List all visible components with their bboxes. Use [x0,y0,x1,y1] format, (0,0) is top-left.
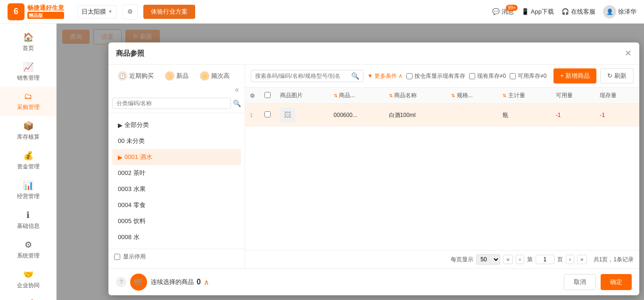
sidebar: 🏠 首页 📈 销售管理 🗂 采购管理 📦 库存核算 💰 资金管理 📊 经营管理 … [0,24,57,300]
filter-more-button[interactable]: ▼ 更多条件 ∧ [367,72,403,80]
modal-close-button[interactable]: ✕ [625,48,632,58]
messages-button[interactable]: 💬 消息 99+ [492,8,514,16]
image-placeholder-icon: 🖼 [284,111,291,119]
sidebar-item-inventory[interactable]: 📦 库存核算 [0,116,56,146]
tab-recent-purchase[interactable]: 🕐 近期购买 [112,68,159,83]
category-0003[interactable]: 0003 水果 [112,181,241,197]
product-search-icon[interactable]: 🔍 [351,72,359,80]
category-0010[interactable]: 0010 家电 [112,245,241,249]
new-icon: ✨ [165,71,174,81]
category-search-icon[interactable]: 🔍 [233,100,241,107]
table-settings-icon[interactable]: ⚙ [250,92,255,99]
col-image-label: 商品图片 [280,92,303,99]
product-search-box[interactable]: 🔍 [251,70,363,82]
confirm-button[interactable]: 确定 [601,274,632,290]
all-category-label: 全部分类 [124,121,149,129]
checkbox-warehouse-input[interactable] [406,73,413,79]
collapse-button[interactable]: « [233,83,241,96]
trial-button[interactable]: 体验行业方案 [143,5,195,19]
tab-frequent[interactable]: ⭐ 频次高 [194,68,235,83]
col-settings[interactable]: ⚙ [245,88,260,104]
row-checkbox-cell [260,104,275,127]
sidebar-item-enterprise[interactable]: 🤝 企业协同 [0,265,56,294]
add-product-button[interactable]: + 新增商品 [553,68,596,83]
table-row[interactable]: 1 🖼 000600... 白酒100ml [245,104,639,127]
right-panel: 🔍 ▼ 更多条件 ∧ 按仓库显示现有库存 [245,65,639,268]
sidebar-item-basic-info[interactable]: ℹ 基础信息 [0,205,56,235]
app-download-button[interactable]: 📱 App下载 [521,8,554,16]
sidebar-label-home: 首页 [23,44,34,52]
category-search-input[interactable] [112,98,231,109]
show-disabled-checkbox[interactable] [114,254,120,260]
cat-00-label: 00 未分类 [118,137,145,145]
checkbox-warehouse[interactable]: 按仓库显示现有库存 [406,72,465,80]
filter-up-icon: ∧ [398,73,403,79]
help-button[interactable]: ? [116,277,126,287]
cat-0003-label: 0003 水果 [118,185,146,193]
user-menu[interactable]: 👤 徐泽华 [603,5,636,18]
nav-dropdown[interactable]: 日太阳膜 ▼ [77,5,117,18]
page-size-label: 每页显示 [451,256,473,264]
category-0008[interactable]: 0008 水 [112,229,241,245]
category-all[interactable]: ▶ 全部分类 [112,117,241,133]
gear-icon: ⚙ [127,8,133,15]
sidebar-item-system[interactable]: ⚙ 系统管理 [0,235,56,265]
sidebar-item-guide[interactable]: 🚀 新手引导 [0,294,56,300]
system-icon: ⚙ [25,240,32,250]
modal-body: 🕐 近期购买 ✨ 新品 ⭐ 频次高 « [108,65,639,268]
page-size-select[interactable]: 50 10 20 100 [476,254,500,265]
main-layout: 🏠 首页 📈 销售管理 🗂 采购管理 📦 库存核算 💰 资金管理 📊 经营管理 … [0,24,644,300]
product-search-input[interactable] [255,73,349,79]
refresh-button[interactable]: ↻ 刷新 [600,68,634,83]
sidebar-label-inventory: 库存核算 [17,133,40,141]
sidebar-item-sales[interactable]: 📈 销售管理 [0,57,56,87]
cat-0001-arrow-icon: ▶ [118,154,123,161]
row-name: 白酒100ml [384,104,447,127]
sidebar-item-purchase[interactable]: 🗂 采购管理 [0,87,56,116]
all-category-arrow-icon: ▶ [118,122,123,129]
sidebar-item-operations[interactable]: 📊 经营管理 [0,175,56,205]
sidebar-label-finance: 资金管理 [17,163,40,171]
product-reference-modal: 商品参照 ✕ 🕐 近期购买 ✨ 新品 [108,42,639,295]
last-page-button[interactable]: » [577,255,587,264]
sort-name-icon[interactable]: ⇅ [389,93,393,98]
row-unit: 瓶 [498,104,551,127]
sort-code-icon[interactable]: ⇅ [334,93,338,98]
row-checkbox[interactable] [264,111,271,117]
sidebar-item-home[interactable]: 🏠 首页 [0,27,56,57]
cancel-button[interactable]: 取消 [564,274,596,290]
select-all-checkbox[interactable] [264,92,271,98]
category-0005[interactable]: 0005 饮料 [112,213,241,229]
purchase-icon: 🗂 [24,92,33,101]
messages-badge: 99+ [506,5,518,11]
sort-unit-icon[interactable]: ⇅ [503,93,506,98]
basic-info-icon: ℹ [26,210,30,220]
col-unit: ⇅ 主计量 [498,88,551,104]
checkbox-stock-input[interactable] [469,73,475,79]
checkbox-available-nonzero[interactable]: 可用库存≠0 [510,72,546,80]
app-download-label: App下载 [531,8,554,16]
checkbox-available-label: 可用库存≠0 [518,72,546,80]
sort-spec-icon[interactable]: ⇅ [451,93,455,98]
tab-new-products[interactable]: ✨ 新品 [159,68,194,83]
next-page-button[interactable]: › [566,255,574,264]
category-0002[interactable]: 0002 茶叶 [112,165,241,181]
checkbox-stock-nonzero[interactable]: 现有库存≠0 [469,72,506,80]
category-0004[interactable]: 0004 零食 [112,197,241,213]
gear-button[interactable]: ⚙ [123,4,138,19]
footer-right: 取消 确定 [564,274,632,290]
checkbox-available-input[interactable] [510,73,516,79]
prev-page-button[interactable]: ‹ [516,255,524,264]
first-page-button[interactable]: « [503,255,513,264]
logo-area: 6 畅捷通好生意 精品版 [8,3,64,20]
sidebar-label-purchase: 采购管理 [17,103,40,111]
category-0001[interactable]: ▶ 0001 酒水 [112,149,241,165]
checkbox-stock-label: 现有库存≠0 [477,72,506,80]
page-input[interactable] [536,255,554,264]
cart-button[interactable]: 🛒 [130,274,147,291]
category-00[interactable]: 00 未分类 [112,133,241,149]
customer-service-button[interactable]: 🎧 在线客服 [561,8,595,16]
collapse-selected-icon[interactable]: ∧ [204,278,209,287]
sidebar-item-finance[interactable]: 💰 资金管理 [0,146,56,175]
nav-right: 💬 消息 99+ 📱 App下载 🎧 在线客服 👤 徐泽华 [492,5,636,18]
